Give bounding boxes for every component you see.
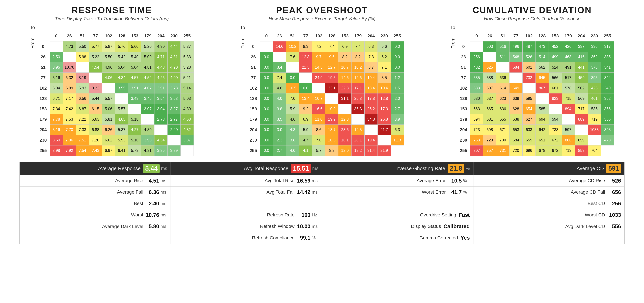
inverse-ghosting-value: 21.8 — [448, 164, 464, 173]
avg-total-rise-label: Avg Total Rise — [174, 178, 297, 184]
avg-rise-value: 4.51 — [146, 178, 159, 184]
rt-stats: Average Response 5.44 ms Average Rise 4.… — [20, 162, 171, 244]
cd-table: 0265177102128153179204230255 0 503 516 4… — [457, 31, 614, 156]
refresh-rate-value: 100 — [297, 212, 310, 218]
avg-total-rise-row: Avg Total Rise 16.59 ms — [171, 175, 322, 186]
response-time-matrix: To From 0265177102128153179204230255 0 — [30, 25, 194, 156]
avg-cd-rise-label: Average CD Rise — [477, 178, 608, 184]
avg-response-label: Average Response — [23, 166, 143, 171]
avg-response-value: 5.44 — [143, 164, 160, 173]
refresh-window-row: Refresh Window 10.00 ms — [171, 221, 322, 232]
best-row: Best 2.40 ms — [20, 198, 170, 210]
avg-rise-unit: ms — [160, 178, 167, 184]
avg-error-unit: % — [463, 178, 470, 184]
worst-unit: ms — [160, 212, 167, 218]
cd-title: CUMULATIVE DEVIATION — [472, 5, 592, 15]
avg-total-unit: ms — [312, 166, 318, 171]
refresh-compliance-unit: % — [312, 235, 318, 240]
refresh-compliance-row: Refresh Compliance 99.1 % — [171, 232, 322, 244]
avg-error-value: 10.5 — [448, 178, 462, 184]
peak-overshoot-matrix: To From 0265177102128153179204230255 0 — [240, 25, 404, 156]
avg-fall-value: 6.36 — [146, 189, 159, 195]
avg-fall-unit: ms — [160, 190, 167, 195]
cd-from-label: From — [450, 38, 456, 48]
inverse-ghosting-unit: % — [466, 166, 470, 171]
refresh-rate-unit: Hz — [312, 212, 318, 218]
avg-total-rise-value: 16.59 — [297, 178, 310, 184]
avg-cd-rise-row: Average CD Rise 526 — [474, 175, 624, 186]
avg-total-fall-label: Avg Total Fall — [174, 190, 297, 195]
avg-cd-fall-value: 656 — [608, 189, 621, 195]
refresh-compliance-value: 99.1 — [297, 235, 310, 241]
avg-response-unit: ms — [161, 166, 167, 171]
best-value: 2.40 — [146, 200, 159, 207]
cd-to-label: To — [450, 25, 455, 30]
cd-stats-header: Average CD 591 — [474, 162, 624, 175]
peak-overshoot-section: PEAK OVERSHOOT How Much Response Exceeds… — [217, 5, 427, 156]
cd-stats: Average CD 591 Average CD Rise 526 Avera… — [474, 162, 624, 244]
ghosting-stats: Inverse Ghosting Rate 21.8 % Average Err… — [322, 162, 474, 244]
avg-fall-label: Average Fall — [23, 190, 146, 195]
po-from-label: From — [240, 38, 246, 48]
refresh-rate-row: Refresh Rate 100 Hz — [171, 210, 322, 221]
response-time-title: RESPONSE TIME — [72, 5, 152, 15]
avg-total-fall-unit: ms — [312, 190, 318, 195]
avg-total-rise-unit: ms — [312, 178, 318, 184]
refresh-window-unit: ms — [312, 224, 318, 229]
avg-cd-value: 591 — [606, 164, 621, 173]
worst-label: Worst — [23, 212, 146, 218]
rt-stats-header: Average Response 5.44 ms — [20, 162, 170, 175]
gamma-label: Gamma Corrected — [326, 235, 460, 240]
worst-error-label: Worst Error — [326, 190, 448, 195]
display-status-row: Display Status Calibrated — [322, 221, 473, 232]
cd-subtitle: How Close Response Gets To Ideal Respons… — [484, 16, 580, 22]
avg-cd-label: Average CD — [477, 166, 606, 171]
worst-value: 10.76 — [146, 212, 159, 218]
avg-cd-fall-row: Average CD Fall 656 — [474, 186, 624, 198]
best-unit: ms — [160, 201, 167, 206]
best-label: Best — [23, 201, 146, 206]
best-cd-value: 256 — [608, 200, 621, 207]
overdrive-label: Overdrive Setting — [326, 212, 459, 218]
display-status-label: Display Status — [326, 224, 444, 229]
avg-dark-value: 5.80 — [146, 223, 159, 230]
best-cd-row: Best CD 256 — [474, 198, 624, 210]
worst-cd-label: Worst CD — [477, 212, 608, 218]
avg-dark-cd-value: 556 — [608, 223, 621, 230]
response-time-subtitle: Time Display Takes To Transition Between… — [55, 16, 169, 22]
rt-from-label: From — [30, 38, 35, 48]
worst-error-row: Worst Error 41.7 % — [322, 186, 473, 198]
avg-rise-label: Average Rise — [23, 178, 146, 184]
po-table: 0265177102128153179204230255 0 14.6 10.2… — [247, 31, 404, 156]
po-to-label: To — [240, 25, 245, 30]
avg-total-value: 15.51 — [291, 164, 311, 173]
avg-fall-row: Average Fall 6.36 ms — [20, 186, 170, 198]
overdrive-value: Fast — [459, 212, 470, 218]
refresh-compliance-label: Refresh Compliance — [174, 235, 297, 240]
rt-table: 0265177102128153179204230255 0 4.73 5.50… — [36, 31, 194, 156]
worst-error-value: 41.7 — [448, 189, 462, 195]
best-cd-label: Best CD — [477, 201, 608, 206]
avg-cd-rise-value: 526 — [608, 178, 621, 184]
avg-dark-unit: ms — [160, 224, 167, 229]
stats-container: Average Response 5.44 ms Average Rise 4.… — [19, 162, 625, 244]
avg-error-label: Average Error — [326, 178, 448, 184]
refresh-rate-label: Refresh Rate — [174, 212, 297, 218]
avg-dark-cd-label: Avg Dark Level CD — [477, 224, 608, 229]
avg-error-row: Average Error 10.5 % — [322, 175, 473, 186]
ghosting-spacer — [322, 198, 473, 210]
worst-cd-row: Worst CD 1033 — [474, 210, 624, 221]
peak-overshoot-subtitle: How Much Response Exceeds Target Value B… — [268, 16, 376, 22]
avg-total-fall-row: Avg Total Fall 14.42 ms — [171, 186, 322, 198]
cumulative-deviation-section: CUMULATIVE DEVIATION How Close Response … — [427, 5, 637, 156]
matrices-container: RESPONSE TIME Time Display Takes To Tran… — [7, 5, 637, 156]
po-stats: Avg Total Response 15.51 ms Avg Total Ri… — [171, 162, 322, 244]
worst-error-unit: % — [463, 190, 470, 195]
avg-dark-cd-row: Avg Dark Level CD 556 — [474, 221, 624, 232]
avg-rise-row: Average Rise 4.51 ms — [20, 175, 170, 186]
refresh-window-label: Refresh Window — [174, 224, 297, 229]
po-spacer — [171, 198, 322, 210]
avg-cd-fall-label: Average CD Fall — [477, 190, 608, 195]
response-time-section: RESPONSE TIME Time Display Takes To Tran… — [7, 5, 217, 156]
overdrive-row: Overdrive Setting Fast — [322, 210, 473, 221]
